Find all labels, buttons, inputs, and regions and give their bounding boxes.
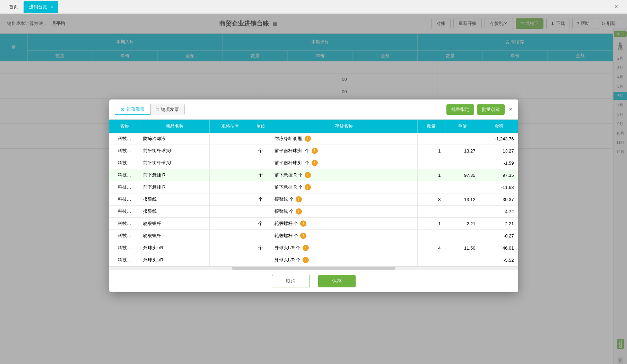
col-header-unit: 单位 <box>251 120 270 133</box>
table-row[interactable]: 科技… 前下悬挂 R 个 前下悬挂 R 个 ! 1 97.35 97.35 <box>109 169 518 181</box>
cell-price <box>445 257 480 263</box>
cell-name: 科技… <box>109 169 140 181</box>
cell-spec <box>210 148 251 154</box>
cell-spec <box>210 160 251 166</box>
table-row[interactable]: 科技… 轮毂螺杆 个 轮毂螺杆 个 ! 1 2.21 2.21 <box>109 218 518 230</box>
table-row[interactable]: 科技… 外球头L/R 外球头L/R 个 ! -5.52 <box>109 254 518 266</box>
cell-price: 13.27 <box>445 146 480 156</box>
invoice-modal: ⊙ 进项发票 □ 销项发票 批量指定 批量创建 × 名称 <box>109 99 518 292</box>
cell-price <box>445 209 480 214</box>
cell-stock: 防冻冷却液 瓶 ! <box>270 133 418 145</box>
col-header-qty: 数量 <box>418 120 445 133</box>
cell-unit: 个 <box>251 145 270 157</box>
cell-product: 前下悬挂 R <box>140 169 210 181</box>
tab-home[interactable]: 首页 <box>3 1 24 13</box>
col-header-amount: 金额 <box>480 120 518 133</box>
cell-stock: 报警线 个 ! <box>270 206 418 217</box>
cell-amount: 39.37 <box>480 194 518 205</box>
cell-amount: -1.59 <box>480 158 518 168</box>
cell-qty <box>418 257 445 263</box>
cell-product: 前平衡杆球头L <box>140 157 210 169</box>
cell-name: 科技… <box>109 193 140 205</box>
cell-amount: -4.72 <box>480 206 518 217</box>
cell-unit <box>251 233 270 239</box>
col-header-spec: 规格型号 <box>210 120 251 133</box>
table-row[interactable]: 科技… 前下悬挂 R 前下悬挂 R 个 ! -11.68 <box>109 181 518 193</box>
cell-qty <box>418 184 445 190</box>
cell-stock: 轮毂螺杆 个 ! <box>270 230 418 242</box>
cell-spec <box>210 136 251 141</box>
modal-table-header: 名称 商品名称 规格型号 单位 存货名称 数量 单价 金额 <box>109 120 518 133</box>
modal-header: ⊙ 进项发票 □ 销项发票 批量指定 批量创建 × <box>109 99 518 120</box>
cell-name: 科技… <box>109 133 140 145</box>
app-close-button[interactable]: × <box>609 3 624 10</box>
save-button[interactable]: 保存 <box>318 275 356 287</box>
warning-icon: ! <box>305 184 311 190</box>
cell-unit <box>251 160 270 166</box>
cell-product: 报警线 <box>140 193 210 205</box>
cell-qty: 3 <box>418 194 445 205</box>
cell-name: 科技… <box>109 181 140 193</box>
cell-product: 轮毂螺杆 <box>140 230 210 242</box>
cell-qty: 4 <box>418 243 445 253</box>
table-row[interactable]: 科技… 外球头L/R 个 外球头L/R 个 ! 4 11.50 46.01 <box>109 242 518 254</box>
cell-spec <box>210 245 251 251</box>
cell-amount: 2.21 <box>480 218 518 229</box>
cell-qty: 1 <box>418 146 445 156</box>
cell-product: 外球头L/R <box>140 254 210 266</box>
cell-unit: 个 <box>251 218 270 229</box>
tab-bar: 首页 进销台账 × × <box>0 0 627 14</box>
batch-create-button[interactable]: 批量创建 <box>477 104 505 115</box>
cell-stock: 报警线 个 ! <box>270 193 418 205</box>
table-row[interactable]: 科技… 报警线 个 报警线 个 ! 3 13.12 39.37 <box>109 193 518 206</box>
table-row[interactable]: 科技… 防冻冷却液 防冻冷却液 瓶 ! -1,243.76 <box>109 133 518 145</box>
cell-stock: 前下悬挂 R 个 ! <box>270 169 418 181</box>
cell-unit: 个 <box>251 193 270 205</box>
cell-price <box>445 160 480 166</box>
cell-product: 前平衡杆球头L <box>140 145 210 157</box>
cell-amount: -11.68 <box>480 182 518 193</box>
scrollbar-thumb <box>232 267 395 270</box>
cell-name: 科技… <box>109 230 140 242</box>
col-header-price: 单价 <box>445 120 480 133</box>
cell-stock: 轮毂螺杆 个 ! <box>270 218 418 229</box>
cell-amount: -0.27 <box>480 231 518 241</box>
outgoing-invoice-icon: □ <box>156 107 159 112</box>
table-row[interactable]: 科技… 轮毂螺杆 轮毂螺杆 个 ! -0.27 <box>109 230 518 242</box>
horizontal-scrollbar[interactable] <box>109 266 518 270</box>
cell-amount: -5.52 <box>480 255 518 266</box>
cell-spec <box>210 184 251 190</box>
tab-ledger[interactable]: 进销台账 × <box>24 1 58 13</box>
cell-stock: 外球头L/R 个 ! <box>270 242 418 254</box>
warning-icon: ! <box>305 136 311 142</box>
table-row[interactable]: 科技… 报警线 报警线 个 ! -4.72 <box>109 206 518 218</box>
modal-close-button[interactable]: × <box>509 106 513 113</box>
cell-name: 科技… <box>109 206 140 217</box>
cell-unit <box>251 184 270 190</box>
cell-qty: 1 <box>418 170 445 181</box>
tab-incoming-invoice[interactable]: ⊙ 进项发票 <box>115 104 150 115</box>
modal-tabs: ⊙ 进项发票 □ 销项发票 <box>115 104 185 115</box>
cell-product: 外球头L/R <box>140 242 210 254</box>
cell-name: 科技… <box>109 218 140 229</box>
warning-icon: ! <box>300 220 306 227</box>
warning-icon: ! <box>312 148 318 154</box>
cell-qty: 1 <box>418 218 445 229</box>
cell-price: 2.21 <box>445 218 480 229</box>
cell-spec <box>210 172 251 178</box>
cell-amount: 97.35 <box>480 170 518 181</box>
cell-unit <box>251 257 270 263</box>
cancel-button[interactable]: 取消 <box>272 275 310 287</box>
table-row[interactable]: 科技… 前平衡杆球头L 个 前平衡杆球头L 个 ! 1 13.27 13.27 <box>109 145 518 157</box>
cell-spec <box>210 257 251 263</box>
cell-qty <box>418 209 445 214</box>
tab-outgoing-invoice[interactable]: □ 销项发票 <box>150 104 185 115</box>
batch-assign-button[interactable]: 批量指定 <box>446 104 474 115</box>
table-row[interactable]: 科技… 前平衡杆球头L 前平衡杆球头L 个 ! -1.59 <box>109 157 518 169</box>
cell-stock: 前平衡杆球头L 个 ! <box>270 157 418 169</box>
modal-header-buttons: 批量指定 批量创建 <box>446 104 505 115</box>
cell-amount: 13.27 <box>480 146 518 156</box>
tab-close-icon[interactable]: × <box>51 5 53 9</box>
cell-name: 科技… <box>109 145 140 157</box>
cell-spec <box>210 209 251 214</box>
